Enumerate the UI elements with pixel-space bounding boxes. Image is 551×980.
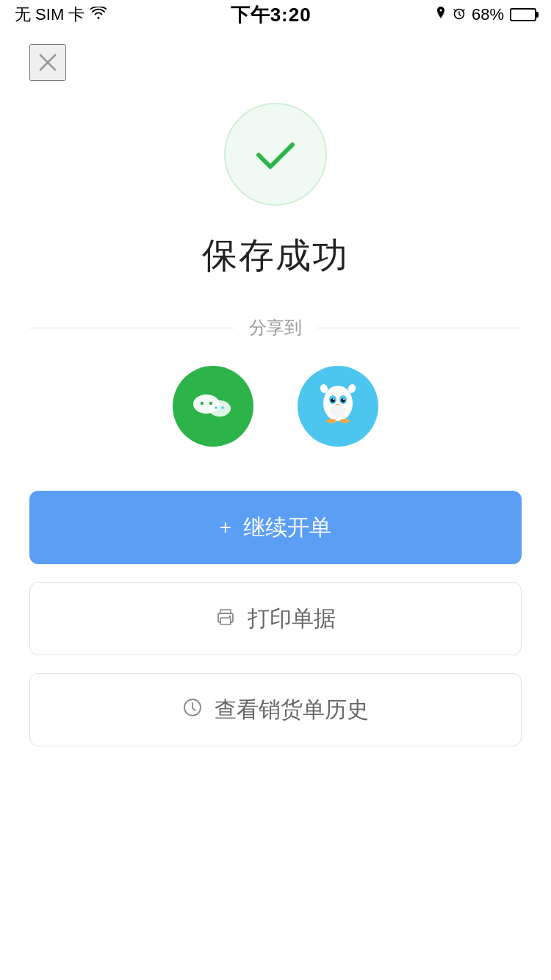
svg-rect-23 xyxy=(220,618,231,624)
status-bar: 无 SIM 卡 下午3:20 68% xyxy=(0,0,551,29)
svg-point-6 xyxy=(209,401,212,404)
svg-point-15 xyxy=(343,399,345,400)
share-label: 分享到 xyxy=(249,316,302,339)
alarm-icon xyxy=(453,5,466,24)
view-history-label: 查看销货单历史 xyxy=(215,695,369,725)
plus-icon: + xyxy=(220,516,231,539)
divider-right xyxy=(317,328,522,328)
close-icon xyxy=(37,51,59,73)
share-divider: 分享到 xyxy=(29,316,522,339)
svg-point-24 xyxy=(229,615,231,617)
svg-point-19 xyxy=(339,419,350,423)
continue-order-label: 继续开单 xyxy=(243,513,331,543)
share-icons-row xyxy=(173,366,378,447)
status-time: 下午3:20 xyxy=(231,2,311,28)
continue-order-button[interactable]: + 继续开单 xyxy=(29,491,522,564)
svg-point-5 xyxy=(201,401,204,404)
svg-point-18 xyxy=(326,419,336,423)
success-icon-circle xyxy=(224,103,327,206)
printer-icon xyxy=(215,606,236,632)
clock-icon xyxy=(182,697,203,723)
close-button[interactable] xyxy=(29,44,66,81)
page-content: 保存成功 分享到 xyxy=(0,29,551,980)
battery-percent: 68% xyxy=(472,5,504,24)
svg-point-14 xyxy=(333,399,334,400)
qq-share-button[interactable] xyxy=(298,366,378,447)
svg-point-17 xyxy=(330,405,346,417)
svg-point-7 xyxy=(215,406,217,409)
wifi-icon xyxy=(90,5,107,24)
print-receipt-button[interactable]: 打印单据 xyxy=(29,582,522,655)
svg-point-12 xyxy=(331,398,335,403)
no-sim-text: 无 SIM 卡 xyxy=(15,4,84,26)
success-title: 保存成功 xyxy=(202,232,349,279)
qq-icon xyxy=(317,381,359,431)
view-history-button[interactable]: 查看销货单历史 xyxy=(29,673,522,746)
location-icon xyxy=(435,5,447,24)
action-buttons: + 继续开单 打印单据 查看销货单历史 xyxy=(29,491,522,746)
checkmark-icon xyxy=(250,129,301,180)
svg-point-13 xyxy=(341,398,345,403)
divider-left xyxy=(29,328,234,328)
status-right: 68% xyxy=(435,5,536,24)
wechat-share-button[interactable] xyxy=(173,366,253,447)
svg-point-8 xyxy=(221,406,224,409)
wechat-icon xyxy=(191,386,235,427)
status-left: 无 SIM 卡 xyxy=(15,4,107,26)
print-receipt-label: 打印单据 xyxy=(248,604,336,634)
battery-icon xyxy=(510,8,536,21)
